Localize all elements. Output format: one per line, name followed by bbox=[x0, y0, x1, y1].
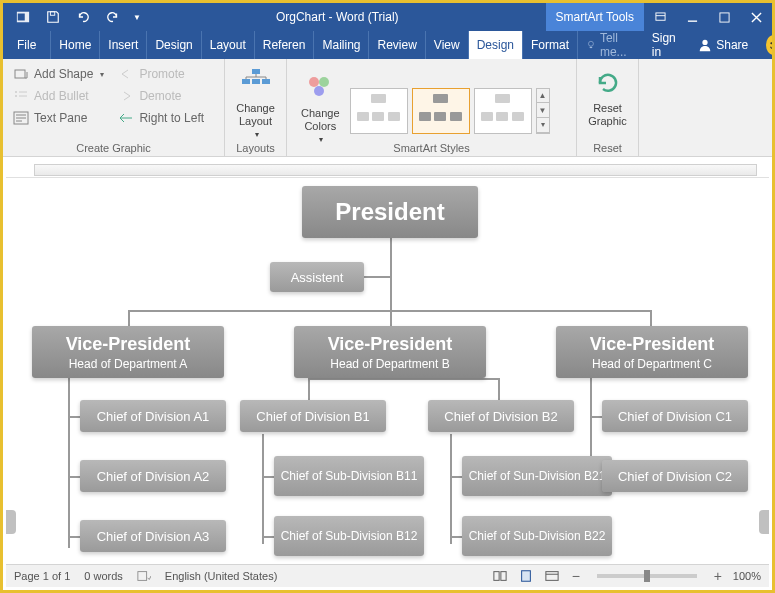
group-smartart-styles: Change Colors▾ ▲▼▾ SmartArt Styles bbox=[287, 59, 577, 156]
zoom-out-button[interactable]: − bbox=[569, 569, 583, 583]
tab-smartart-design[interactable]: Design bbox=[469, 31, 523, 59]
styles-gallery: ▲▼▾ bbox=[350, 63, 550, 154]
style-option-3[interactable] bbox=[474, 88, 532, 134]
tab-design[interactable]: Design bbox=[147, 31, 201, 59]
zoom-in-button[interactable]: + bbox=[711, 569, 725, 583]
group-label-create: Create Graphic bbox=[3, 142, 224, 154]
svg-rect-15 bbox=[252, 79, 260, 84]
expand-handle-left[interactable] bbox=[6, 510, 16, 534]
view-print-layout[interactable] bbox=[517, 568, 535, 584]
reset-icon bbox=[592, 67, 624, 99]
node-c2[interactable]: Chief of Division C2 bbox=[602, 460, 748, 492]
horizontal-ruler[interactable] bbox=[6, 160, 769, 178]
svg-rect-14 bbox=[242, 79, 250, 84]
tab-view[interactable]: View bbox=[426, 31, 469, 59]
node-assistant[interactable]: Assistent bbox=[270, 262, 364, 292]
maximize-icon[interactable] bbox=[708, 3, 740, 31]
demote-button[interactable]: Demote bbox=[116, 85, 206, 107]
change-layout-button[interactable]: Change Layout▾ bbox=[233, 63, 278, 145]
tab-insert[interactable]: Insert bbox=[100, 31, 147, 59]
svg-rect-23 bbox=[521, 571, 530, 582]
qat-more-icon[interactable]: ▼ bbox=[133, 13, 141, 22]
node-vp-c[interactable]: Vice-PresidentHead of Department C bbox=[556, 326, 748, 378]
app-icon[interactable] bbox=[11, 5, 35, 29]
svg-rect-4 bbox=[719, 12, 728, 21]
feedback-icon[interactable] bbox=[766, 35, 775, 55]
svg-point-17 bbox=[309, 77, 319, 87]
status-page[interactable]: Page 1 of 1 bbox=[14, 570, 70, 582]
ribbon: Add Shape▾ Add Bullet Text Pane Promote … bbox=[3, 59, 772, 157]
svg-point-5 bbox=[588, 41, 593, 46]
undo-icon[interactable] bbox=[71, 5, 95, 29]
node-b1[interactable]: Chief of Division B1 bbox=[240, 400, 386, 432]
spellcheck-icon[interactable] bbox=[137, 569, 151, 583]
group-create-graphic: Add Shape▾ Add Bullet Text Pane Promote … bbox=[3, 59, 225, 156]
titlebar: ▼ OrgChart - Word (Trial) SmartArt Tools bbox=[3, 3, 772, 31]
node-b2[interactable]: Chief of Division B2 bbox=[428, 400, 574, 432]
svg-rect-3 bbox=[655, 12, 664, 19]
svg-point-7 bbox=[770, 42, 772, 44]
promote-button[interactable]: Promote bbox=[116, 63, 206, 85]
group-label-reset: Reset bbox=[577, 142, 638, 154]
group-label-styles: SmartArt Styles bbox=[287, 142, 576, 154]
tab-mailings[interactable]: Mailing bbox=[314, 31, 369, 59]
svg-rect-9 bbox=[15, 70, 25, 78]
status-words[interactable]: 0 words bbox=[84, 570, 123, 582]
node-president[interactable]: President bbox=[302, 186, 478, 238]
quick-access-toolbar: ▼ bbox=[3, 5, 149, 29]
tab-review[interactable]: Review bbox=[369, 31, 425, 59]
ribbon-options-icon[interactable] bbox=[644, 3, 676, 31]
right-to-left-button[interactable]: Right to Left bbox=[116, 107, 206, 129]
colors-icon bbox=[304, 72, 336, 104]
minimize-icon[interactable] bbox=[676, 3, 708, 31]
group-layouts: Change Layout▾ Layouts bbox=[225, 59, 287, 156]
share-button[interactable]: Share bbox=[688, 38, 758, 52]
node-b22[interactable]: Chief of Sub-Division B22 bbox=[462, 516, 612, 556]
text-pane-button[interactable]: Text Pane bbox=[11, 107, 106, 129]
node-c1[interactable]: Chief of Division C1 bbox=[602, 400, 748, 432]
zoom-slider[interactable] bbox=[597, 574, 697, 578]
style-option-2[interactable] bbox=[412, 88, 470, 134]
tab-references[interactable]: Referen bbox=[255, 31, 315, 59]
close-icon[interactable] bbox=[740, 3, 772, 31]
reset-graphic-button[interactable]: Reset Graphic bbox=[585, 63, 630, 132]
node-b21[interactable]: Chief of Sun-Division B21 bbox=[462, 456, 612, 496]
menu-file[interactable]: File bbox=[3, 31, 51, 59]
expand-handle-right[interactable] bbox=[759, 510, 769, 534]
menubar: File Home Insert Design Layout Referen M… bbox=[3, 31, 772, 59]
status-language[interactable]: English (United States) bbox=[165, 570, 278, 582]
svg-rect-13 bbox=[252, 69, 260, 74]
add-shape-button[interactable]: Add Shape▾ bbox=[11, 63, 106, 85]
statusbar: Page 1 of 1 0 words English (United Stat… bbox=[6, 564, 769, 587]
node-a1[interactable]: Chief of Division A1 bbox=[80, 400, 226, 432]
style-option-1[interactable] bbox=[350, 88, 408, 134]
person-icon bbox=[698, 38, 712, 52]
node-vp-a[interactable]: Vice-PresidentHead of Department A bbox=[32, 326, 224, 378]
view-read-mode[interactable] bbox=[491, 568, 509, 584]
tab-home[interactable]: Home bbox=[51, 31, 100, 59]
tab-layout[interactable]: Layout bbox=[202, 31, 255, 59]
svg-rect-16 bbox=[262, 79, 270, 84]
svg-point-18 bbox=[319, 77, 329, 87]
contextual-tab-label: SmartArt Tools bbox=[546, 3, 644, 31]
redo-icon[interactable] bbox=[101, 5, 125, 29]
node-a2[interactable]: Chief of Division A2 bbox=[80, 460, 226, 492]
tell-me-search[interactable]: Tell me... bbox=[578, 31, 642, 59]
node-b12[interactable]: Chief of Sub-Division B12 bbox=[274, 516, 424, 556]
group-label-layouts: Layouts bbox=[225, 142, 286, 154]
tab-smartart-format[interactable]: Format bbox=[523, 31, 578, 59]
document-area: President Assistent Vice-PresidentHead o… bbox=[6, 160, 769, 564]
svg-point-19 bbox=[314, 86, 324, 96]
sign-in-link[interactable]: Sign in bbox=[644, 31, 687, 59]
node-vp-b[interactable]: Vice-PresidentHead of Department B bbox=[294, 326, 486, 378]
change-colors-button[interactable]: Change Colors▾ bbox=[295, 63, 346, 154]
add-bullet-button[interactable]: Add Bullet bbox=[11, 85, 106, 107]
zoom-level[interactable]: 100% bbox=[733, 570, 761, 582]
gallery-more-button[interactable]: ▲▼▾ bbox=[536, 88, 550, 134]
node-a3[interactable]: Chief of Division A3 bbox=[80, 520, 226, 552]
node-b11[interactable]: Chief of Sub-Division B11 bbox=[274, 456, 424, 496]
view-web-layout[interactable] bbox=[543, 568, 561, 584]
smartart-canvas[interactable]: President Assistent Vice-PresidentHead o… bbox=[18, 178, 757, 564]
save-icon[interactable] bbox=[41, 5, 65, 29]
layout-icon bbox=[240, 67, 272, 99]
